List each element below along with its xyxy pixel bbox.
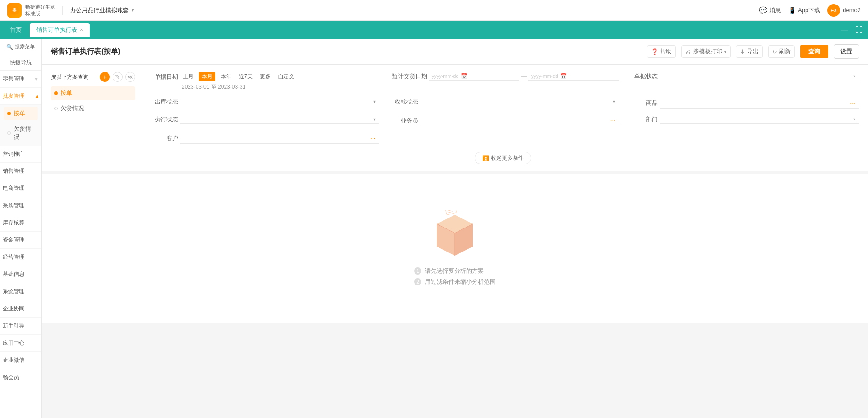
page-actions: ❓ 帮助 🖨 按模板打印 ▾ ⬇ 导出 ↻ 刷新 查询 设置 bbox=[647, 44, 859, 59]
tab-bar-right: — ⛶ bbox=[839, 24, 864, 36]
date-tab-custom[interactable]: 自定义 bbox=[276, 72, 296, 81]
date-tab-7days[interactable]: 近7天 bbox=[237, 72, 255, 81]
exec-status-label: 执行状态 bbox=[146, 115, 178, 124]
refresh-btn[interactable]: ↻ 刷新 bbox=[768, 45, 795, 58]
sidebar-item-system[interactable]: 系统管理 bbox=[0, 283, 41, 300]
content-area: 销售订单执行表(按单) ❓ 帮助 🖨 按模板打印 ▾ ⬇ 导出 ↻ 刷新 bbox=[42, 39, 868, 418]
print-arrow-icon: ▾ bbox=[724, 49, 726, 54]
filter-scheme-header: 按以下方案查询 + ✎ ≪ bbox=[51, 72, 135, 82]
sidebar-item-finance[interactable]: 资金管理 bbox=[0, 232, 41, 249]
exec-chevron-icon: ▾ bbox=[373, 117, 376, 122]
scheme-item-order[interactable]: 按单 bbox=[51, 86, 135, 100]
search-icon: 🔍 bbox=[6, 44, 13, 50]
inactive-dot bbox=[7, 131, 11, 135]
goods-select[interactable]: ··· bbox=[660, 97, 859, 109]
scheme-item-shortage[interactable]: 欠货情况 bbox=[51, 102, 135, 115]
collapse-scheme-btn[interactable]: ≪ bbox=[125, 72, 135, 82]
query-btn[interactable]: 查询 bbox=[800, 45, 828, 58]
date-tab-thisyear[interactable]: 本年 bbox=[219, 72, 233, 81]
filter-conditions: 单据日期 上月 本月 本年 近7天 更多 自定义 2023-03-01 至 20… bbox=[146, 72, 859, 164]
salesman-select[interactable]: ··· bbox=[420, 115, 619, 126]
dept-select[interactable]: ▾ bbox=[660, 115, 859, 124]
empty-state: 1 请先选择要分析的方案 2 用过滤条件来缩小分析范围 bbox=[42, 174, 868, 323]
breadcrumb[interactable]: 办公用品行业模拟账套 ▾ bbox=[70, 6, 134, 14]
salesman-label: 业务员 bbox=[387, 117, 418, 125]
filter-dept-field: 部门 ▾ bbox=[626, 115, 859, 126]
payment-chevron-icon: ▾ bbox=[613, 99, 615, 104]
export-btn[interactable]: ⬇ 导出 bbox=[736, 45, 763, 58]
goods-label: 商品 bbox=[626, 99, 658, 107]
calendar-end-icon: 📅 bbox=[560, 73, 567, 79]
print-btn[interactable]: 🖨 按模板打印 ▾ bbox=[681, 45, 731, 58]
sidebar-item-basic[interactable]: 基础信息 bbox=[0, 266, 41, 283]
main-layout: 🔍 搜索菜单 快捷导航 零售管理 ▼ 批发管理 ▲ 按单 欠货情况 营销推广 bbox=[0, 39, 868, 418]
date-tab-thismonth[interactable]: 本月 bbox=[199, 72, 215, 81]
result-area: 1 请先选择要分析的方案 2 用过滤条件来缩小分析范围 bbox=[42, 171, 868, 323]
filter-scheme-panel: 按以下方案查询 + ✎ ≪ 按单 欠货情况 bbox=[51, 72, 141, 164]
tab-sales-order[interactable]: 销售订单执行表 × bbox=[30, 23, 90, 37]
sidebar-item-wholesale[interactable]: 批发管理 ▲ bbox=[0, 88, 41, 105]
help-icon: ❓ bbox=[651, 48, 658, 55]
message-btn[interactable]: 💬 消息 bbox=[759, 6, 781, 14]
phone-icon: 📱 bbox=[788, 7, 796, 14]
edit-scheme-btn[interactable]: ✎ bbox=[113, 72, 123, 82]
sidebar-item-newbie[interactable]: 新手引导 bbox=[0, 318, 41, 335]
collapse-btn[interactable]: ⏫ 收起更多条件 bbox=[475, 152, 531, 164]
salesman-ellipsis-icon: ··· bbox=[610, 117, 616, 124]
header-right: 💬 消息 📱 App下载 Ea demo2 bbox=[759, 4, 861, 17]
sidebar-item-retail[interactable]: 零售管理 ▼ bbox=[0, 71, 41, 88]
header-left: 畅捷通好生意 标准版 办公用品行业模拟账套 ▾ bbox=[7, 3, 134, 18]
goods-ellipsis-icon: ··· bbox=[850, 99, 855, 106]
app-download-btn[interactable]: 📱 App下载 bbox=[788, 6, 820, 14]
exec-status-select[interactable]: ▾ bbox=[180, 115, 379, 124]
tab-bar: 首页 销售订单执行表 × — ⛶ bbox=[0, 21, 868, 39]
sidebar-search[interactable]: 🔍 搜索菜单 bbox=[0, 39, 41, 55]
sidebar-item-member[interactable]: 畅会员 bbox=[0, 369, 41, 386]
sidebar-quick-nav[interactable]: 快捷导航 bbox=[0, 55, 41, 71]
empty-illustration bbox=[428, 210, 482, 260]
date-tab-group: 上月 本月 本年 近7天 更多 自定义 bbox=[181, 72, 296, 81]
tab-maximize-btn[interactable]: ⛶ bbox=[854, 24, 864, 36]
delivery-status-select[interactable]: ▾ bbox=[180, 97, 379, 106]
date-tab-lastmonth[interactable]: 上月 bbox=[181, 72, 195, 81]
sidebar-item-inventory[interactable]: 库存核算 bbox=[0, 214, 41, 232]
sidebar-item-operation[interactable]: 经营管理 bbox=[0, 249, 41, 266]
page-title: 销售订单执行表(按单) bbox=[51, 47, 121, 57]
tab-home[interactable]: 首页 bbox=[4, 23, 28, 37]
tab-close-icon[interactable]: × bbox=[80, 27, 83, 33]
dept-label: 部门 bbox=[626, 115, 658, 124]
refresh-icon: ↻ bbox=[772, 48, 777, 55]
sidebar-submenu-wholesale: 按单 欠货情况 bbox=[0, 105, 41, 146]
customer-select[interactable]: ··· bbox=[180, 133, 379, 144]
page-header: 销售订单执行表(按单) ❓ 帮助 🖨 按模板打印 ▾ ⬇ 导出 ↻ 刷新 bbox=[42, 39, 868, 65]
expected-date-end[interactable]: yyyy-mm-dd 📅 bbox=[528, 72, 619, 81]
filter-customer-field: 客户 ··· bbox=[146, 133, 379, 144]
settings-btn[interactable]: 设置 bbox=[834, 44, 859, 59]
expected-date-start[interactable]: yyyy-mm-dd 📅 bbox=[429, 72, 519, 81]
sidebar-item-marketing[interactable]: 营销推广 bbox=[0, 146, 41, 163]
sidebar-subitem-shortage[interactable]: 欠货情况 bbox=[4, 122, 38, 144]
tab-minimize-btn[interactable]: — bbox=[839, 24, 850, 36]
add-scheme-btn[interactable]: + bbox=[100, 72, 110, 82]
sidebar-item-sales[interactable]: 销售管理 bbox=[0, 163, 41, 180]
sidebar-item-purchase[interactable]: 采购管理 bbox=[0, 197, 41, 214]
export-icon: ⬇ bbox=[740, 48, 745, 55]
user-menu[interactable]: Ea demo2 bbox=[827, 4, 861, 17]
scheme-dot-active bbox=[54, 91, 58, 95]
calendar-icon: 📅 bbox=[461, 73, 467, 79]
top-header: 畅捷通好生意 标准版 办公用品行业模拟账套 ▾ 💬 消息 📱 App下载 Ea … bbox=[0, 0, 868, 21]
date-tab-more[interactable]: 更多 bbox=[258, 72, 273, 81]
payment-status-select[interactable]: ▾ bbox=[420, 97, 619, 106]
sidebar-subitem-order[interactable]: 按单 bbox=[4, 107, 38, 120]
sidebar-item-appcenter[interactable]: 应用中心 bbox=[0, 335, 41, 352]
svg-rect-8 bbox=[445, 210, 456, 215]
sidebar-item-enterprise[interactable]: 企业协同 bbox=[0, 300, 41, 318]
status-select[interactable]: ▾ bbox=[660, 72, 859, 81]
sidebar-item-wechat[interactable]: 企业微信 bbox=[0, 352, 41, 369]
help-btn[interactable]: ❓ 帮助 bbox=[647, 45, 676, 58]
avatar: Ea bbox=[827, 4, 840, 17]
filter-payment-field: 收款状态 ▾ bbox=[387, 97, 619, 109]
logo-text: 畅捷通好生意 标准版 bbox=[25, 4, 55, 17]
scheme-dot-inactive bbox=[54, 107, 58, 110]
sidebar-item-ecommerce[interactable]: 电商管理 bbox=[0, 180, 41, 197]
